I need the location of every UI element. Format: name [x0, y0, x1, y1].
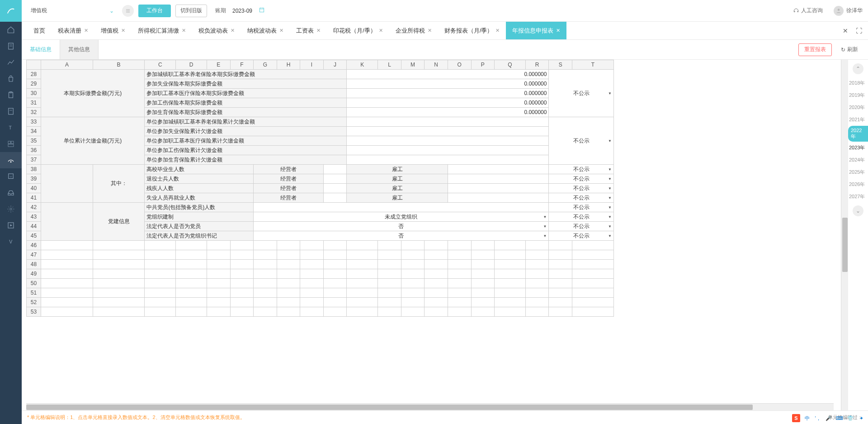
disclosure-cell[interactable]: 不公示 [549, 193, 614, 203]
value-cell[interactable] [448, 165, 549, 174]
empty-cell[interactable] [448, 250, 471, 260]
row-header[interactable]: 43 [27, 212, 41, 222]
empty-cell[interactable] [347, 288, 378, 298]
desc-cell[interactable]: 参加失业保险本期实际缴费金额 [145, 79, 347, 89]
col-header-I[interactable]: I [300, 60, 324, 70]
tab-4[interactable]: 税负波动表✕ [192, 22, 241, 39]
empty-cell[interactable] [277, 288, 300, 298]
col-header-N[interactable]: N [425, 60, 448, 70]
horizontal-scrollbar[interactable] [26, 403, 834, 410]
value-cell[interactable]: 0.000000 [347, 79, 549, 89]
group-spacer[interactable] [41, 203, 93, 241]
empty-cell[interactable] [471, 279, 495, 288]
ime-sogou-icon[interactable]: S [792, 414, 800, 422]
empty-cell[interactable] [425, 307, 448, 317]
empty-cell[interactable] [93, 307, 145, 317]
empty-cell[interactable] [471, 250, 495, 260]
empty-cell[interactable] [495, 307, 526, 317]
empty-cell[interactable] [471, 269, 495, 279]
empty-cell[interactable] [300, 260, 324, 269]
spreadsheet[interactable]: ABCDEFGHIJKLMNOPQRST 28本期实际缴费金额(万元)参加城镇职… [26, 60, 614, 317]
year-option[interactable]: 2019年 [848, 89, 868, 101]
tab-close-icon[interactable]: ✕ [495, 28, 500, 33]
row-header[interactable]: 37 [27, 155, 41, 165]
empty-cell[interactable] [378, 307, 401, 317]
empty-cell[interactable] [347, 269, 378, 279]
row-header[interactable]: 40 [27, 184, 41, 193]
empty-cell[interactable] [230, 279, 254, 288]
empty-cell[interactable] [495, 298, 526, 307]
corner-cell[interactable] [27, 60, 41, 70]
empty-cell[interactable] [448, 307, 471, 317]
year-option[interactable]: 2021年 [848, 114, 868, 126]
support-link[interactable]: 人工咨询 [793, 7, 823, 14]
empty-cell[interactable] [425, 279, 448, 288]
empty-cell[interactable] [254, 307, 277, 317]
empty-cell[interactable] [549, 260, 572, 269]
category-cell[interactable]: 高校毕业生人数 [145, 165, 254, 174]
tab-close-icon[interactable]: ✕ [379, 28, 383, 33]
empty-cell[interactable] [471, 298, 495, 307]
col-header-T[interactable]: T [572, 60, 614, 70]
row-header[interactable]: 44 [27, 222, 41, 231]
year-option[interactable]: 2026年 [848, 178, 868, 191]
value-cell[interactable] [347, 136, 549, 146]
tab-7[interactable]: 印花税（月/季）✕ [327, 22, 389, 39]
group-label[interactable]: 单位累计欠缴金额(万元) [41, 117, 145, 165]
tab-close-icon[interactable]: ✕ [182, 28, 186, 33]
empty-cell[interactable] [378, 288, 401, 298]
col-header-P[interactable]: P [471, 60, 495, 70]
tab-close-all-icon[interactable]: ✕ [840, 25, 851, 36]
empty-cell[interactable] [525, 260, 549, 269]
empty-cell[interactable] [448, 260, 471, 269]
empty-cell[interactable] [207, 279, 230, 288]
col-header-R[interactable]: R [525, 60, 549, 70]
disclosure-cell[interactable]: 不公示 [549, 70, 614, 117]
empty-cell[interactable] [277, 260, 300, 269]
empty-cell[interactable] [300, 250, 324, 260]
col-header-C[interactable]: C [145, 60, 176, 70]
empty-cell[interactable] [471, 288, 495, 298]
group-label[interactable]: 党建信息 [93, 203, 145, 241]
party-label-cell[interactable]: 党组织建制 [145, 212, 254, 222]
empty-cell[interactable] [230, 288, 254, 298]
tab-10[interactable]: 年报信息申报表✕ [506, 22, 566, 39]
empty-cell[interactable] [549, 288, 572, 298]
empty-cell[interactable] [323, 250, 347, 260]
empty-cell[interactable] [277, 269, 300, 279]
empty-cell[interactable] [254, 250, 277, 260]
empty-cell[interactable] [300, 307, 324, 317]
empty-cell[interactable] [207, 250, 230, 260]
col-header-K[interactable]: K [347, 60, 378, 70]
empty-cell[interactable] [471, 307, 495, 317]
row-header[interactable]: 35 [27, 136, 41, 146]
value-cell[interactable] [448, 193, 549, 203]
empty-cell[interactable] [145, 307, 176, 317]
empty-cell[interactable] [525, 250, 549, 260]
old-version-button[interactable]: 切到旧版 [175, 5, 207, 17]
empty-cell[interactable] [254, 269, 277, 279]
empty-cell[interactable] [572, 307, 614, 317]
empty-cell[interactable] [471, 260, 495, 269]
year-up-icon[interactable]: ⌃ [853, 63, 863, 74]
empty-cell[interactable] [176, 298, 207, 307]
value-cell[interactable]: 0.000000 [347, 70, 549, 79]
empty-cell[interactable] [347, 279, 378, 288]
list-icon[interactable] [122, 5, 134, 17]
empty-cell[interactable] [448, 241, 471, 250]
role-cell[interactable]: 经营者 [254, 184, 324, 193]
value-cell[interactable] [347, 146, 549, 155]
year-option[interactable]: 2023年 [848, 142, 868, 154]
ime-skin-icon[interactable]: 👕 [846, 414, 854, 422]
row-header[interactable]: 36 [27, 146, 41, 155]
nav-doc-icon[interactable] [0, 38, 22, 54]
empty-cell[interactable] [300, 298, 324, 307]
col-header-S[interactable]: S [549, 60, 572, 70]
role-cell[interactable]: 经营者 [254, 174, 324, 184]
empty-cell[interactable] [93, 298, 145, 307]
empty-cell[interactable] [378, 269, 401, 279]
ime-keyboard-icon[interactable]: ⌨ [835, 414, 844, 422]
empty-cell[interactable] [549, 307, 572, 317]
empty-cell[interactable] [145, 279, 176, 288]
tab-5[interactable]: 纳税波动表✕ [241, 22, 290, 39]
